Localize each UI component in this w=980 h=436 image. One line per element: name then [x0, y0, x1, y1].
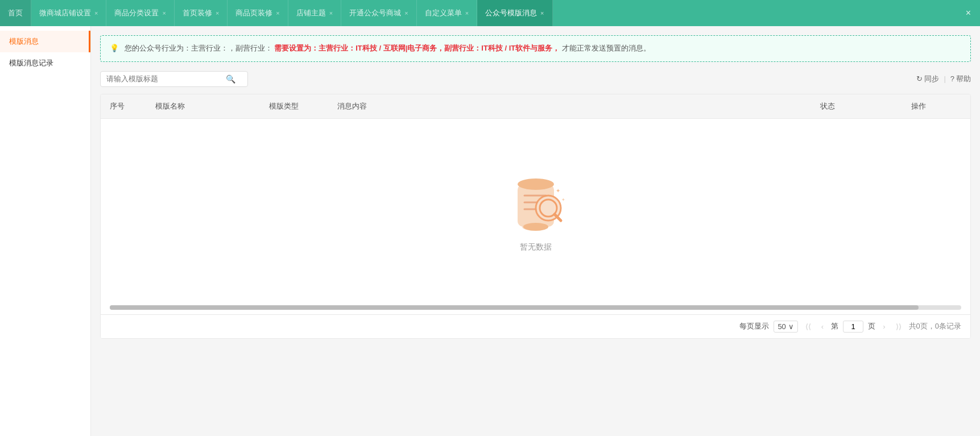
notice-suffix: 才能正常发送预置的消息。 [562, 44, 651, 52]
search-icon[interactable]: 🔍 [226, 74, 235, 84]
top-nav: 首页 微商城店铺设置 × 商品分类设置 × 首页装修 × 商品页装修 × 店铺主… [0, 0, 980, 26]
close-product-category-icon[interactable]: × [162, 10, 166, 16]
empty-illustration: ✦ ✦ [502, 167, 570, 235]
tab-shop-settings[interactable]: 微商城店铺设置 × [31, 0, 106, 26]
tab-open-wechat-mall-label: 开通公众号商城 [349, 8, 401, 18]
close-home-decor-icon[interactable]: × [216, 10, 219, 16]
last-page-button[interactable]: ⟩⟩ [893, 321, 904, 332]
action-divider: | [944, 74, 945, 83]
tab-product-category-label: 商品分类设置 [114, 8, 159, 18]
prev-page-button[interactable]: ‹ [818, 321, 826, 332]
horizontal-scrollbar[interactable] [110, 305, 961, 310]
th-index: 序号 [101, 94, 146, 118]
first-page-button[interactable]: ⟨⟨ [803, 321, 814, 332]
th-content: 消息内容 [328, 94, 811, 118]
notice-bulb-icon: 💡 [110, 44, 119, 52]
tab-product-page-decor-label: 商品页装修 [235, 8, 272, 18]
tab-shop-theme-label: 店铺主题 [296, 8, 326, 18]
page-size-label: 每页显示 [739, 321, 769, 331]
svg-point-3 [523, 223, 548, 231]
close-template-message-icon[interactable]: × [540, 10, 544, 16]
di-label: 第 [831, 321, 838, 331]
tab-home-decor-label: 首页装修 [183, 8, 212, 18]
search-bar: 🔍 ↻ 同步 | ? 帮助 [100, 71, 971, 87]
close-shop-settings-icon[interactable]: × [94, 10, 98, 16]
table-container: 序号 模版名称 模版类型 消息内容 状态 操作 [100, 94, 971, 339]
notice-highlight: 需要设置为：主营行业：IT科技 / 互联网|电子商务，副营行业：IT科技 / I… [274, 44, 560, 52]
svg-point-2 [518, 178, 554, 190]
page-unit: 页 [868, 321, 875, 331]
help-label: 帮助 [956, 74, 971, 84]
tab-open-wechat-mall[interactable]: 开通公众号商城 × [341, 0, 416, 26]
scrollbar-thumb[interactable] [110, 305, 919, 310]
close-shop-theme-icon[interactable]: × [329, 10, 333, 16]
main-layout: 模版消息 模版消息记录 💡 您的公众号行业为：主营行业：，副营行业： 需要设置为… [0, 26, 980, 436]
tab-shop-settings-label: 微商城店铺设置 [39, 8, 91, 18]
tab-home[interactable]: 首页 [0, 0, 31, 26]
tab-custom-menu-label: 自定义菜单 [425, 8, 462, 18]
sync-label: 同步 [924, 74, 939, 84]
close-product-page-decor-icon[interactable]: × [276, 10, 279, 16]
main-content: 💡 您的公众号行业为：主营行业：，副营行业： 需要设置为：主营行业：IT科技 /… [91, 26, 980, 436]
svg-text:✦: ✦ [556, 188, 560, 194]
sync-icon: ↻ [916, 74, 923, 83]
tab-product-page-decor[interactable]: 商品页装修 × [228, 0, 288, 26]
search-input-wrap: 🔍 [100, 71, 248, 87]
tab-home-decor[interactable]: 首页装修 × [175, 0, 228, 26]
sidebar-item-template-msg[interactable]: 模版消息 [0, 31, 90, 52]
notice-prefix: 您的公众号行业为：主营行业：，副营行业： [125, 44, 272, 52]
table-body: ✦ ✦ 暂无数据 [101, 119, 970, 301]
sidebar: 模版消息 模版消息记录 [0, 26, 91, 436]
help-icon: ? [950, 74, 954, 83]
page-number-input[interactable] [843, 321, 863, 333]
table-header: 序号 模版名称 模版类型 消息内容 状态 操作 [101, 94, 970, 119]
tab-template-message[interactable]: 公众号模版消息 × [477, 0, 552, 26]
page-size-value: 50 [778, 322, 785, 331]
tab-custom-menu[interactable]: 自定义菜单 × [417, 0, 477, 26]
page-size-select[interactable]: 50 ∨ [774, 321, 797, 333]
th-status: 状态 [811, 94, 902, 118]
help-button[interactable]: ? 帮助 [950, 74, 971, 84]
total-info: 共0页，0条记录 [909, 321, 961, 331]
tab-home-label: 首页 [8, 8, 23, 18]
sidebar-item-template-msg-log-label: 模版消息记录 [9, 59, 53, 67]
search-input[interactable] [106, 74, 226, 83]
th-type: 模版类型 [260, 94, 328, 118]
th-action: 操作 [902, 94, 970, 118]
empty-text: 暂无数据 [520, 242, 552, 252]
tab-product-category[interactable]: 商品分类设置 × [106, 0, 174, 26]
close-custom-menu-icon[interactable]: × [465, 10, 469, 16]
sidebar-item-template-msg-label: 模版消息 [9, 37, 39, 45]
close-open-wechat-mall-icon[interactable]: × [404, 10, 408, 16]
search-actions: ↻ 同步 | ? 帮助 [916, 74, 971, 84]
close-all-tabs-button[interactable]: × [957, 8, 980, 18]
notice-box: 💡 您的公众号行业为：主营行业：，副营行业： 需要设置为：主营行业：IT科技 /… [100, 35, 971, 62]
tab-shop-theme[interactable]: 店铺主题 × [288, 0, 341, 26]
sidebar-item-template-msg-log[interactable]: 模版消息记录 [0, 52, 90, 74]
page-size-chevron-icon: ∨ [788, 322, 794, 331]
tab-template-message-label: 公众号模版消息 [485, 8, 537, 18]
empty-state: ✦ ✦ 暂无数据 [502, 167, 570, 252]
svg-text:✦: ✦ [561, 197, 565, 202]
next-page-button[interactable]: › [880, 321, 888, 332]
sync-button[interactable]: ↻ 同步 [916, 74, 939, 84]
pagination: 每页显示 50 ∨ ⟨⟨ ‹ 第 页 › ⟩⟩ 共0页，0条记录 [101, 314, 970, 338]
th-name: 模版名称 [146, 94, 260, 118]
